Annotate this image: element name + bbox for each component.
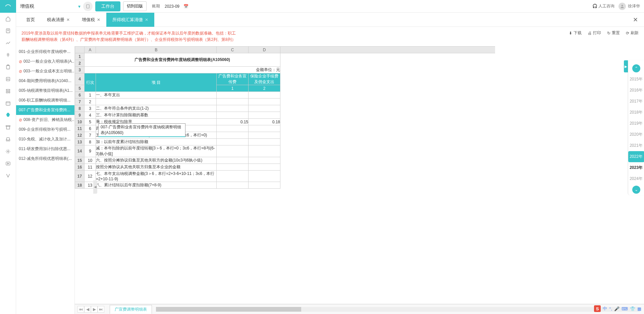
- cell[interactable]: [217, 164, 249, 171]
- cell[interactable]: [249, 105, 280, 112]
- form-item[interactable]: 004-期间费用明细表(A1040...: [16, 76, 74, 86]
- form-item[interactable]: 006-职工薪酬纳税调整明细...: [16, 96, 74, 105]
- cell[interactable]: [249, 164, 280, 171]
- form-item[interactable]: 009-企业所得税弥补亏损明...: [16, 125, 74, 134]
- tab-税表清册[interactable]: 税表清册✕: [41, 13, 76, 27]
- cell[interactable]: [249, 125, 280, 132]
- cell[interactable]: [217, 182, 249, 189]
- period-value[interactable]: 2023-09: [165, 4, 179, 9]
- cell[interactable]: 0.18: [249, 119, 280, 125]
- ime-lang[interactable]: 中: [603, 306, 607, 312]
- inbox-icon[interactable]: [0, 133, 16, 145]
- clipboard-icon[interactable]: [0, 61, 16, 73]
- cell[interactable]: [249, 139, 280, 145]
- archive-icon[interactable]: [0, 121, 16, 133]
- form-item[interactable]: 011-研发费用加计扣除优惠...: [16, 144, 74, 154]
- print-button[interactable]: 🖨 打印: [588, 30, 601, 36]
- cell[interactable]: [217, 171, 249, 182]
- ime-grid-icon[interactable]: ▦: [637, 306, 641, 311]
- cell[interactable]: [217, 112, 249, 119]
- year-2023年[interactable]: 2023年: [628, 162, 644, 173]
- year-2019年[interactable]: 2019年: [628, 118, 644, 129]
- download-button[interactable]: ⬇ 下载: [569, 30, 582, 36]
- sheet-nav-prev-icon[interactable]: ◀: [84, 306, 91, 313]
- doc-icon[interactable]: [0, 25, 16, 37]
- tab-首页[interactable]: 首页: [20, 13, 41, 27]
- cell[interactable]: [217, 145, 249, 157]
- chart-icon[interactable]: [0, 37, 16, 49]
- close-all-tabs-icon[interactable]: ✕: [631, 15, 640, 24]
- form-item[interactable]: 007-广告费和业务宣传费跨...: [16, 105, 74, 115]
- tab-所得税汇算清缴[interactable]: 所得税汇算清缴✕: [106, 13, 154, 27]
- calendar-icon[interactable]: [0, 97, 16, 109]
- cell[interactable]: [249, 171, 280, 182]
- refresh-button[interactable]: ⟳ 刷新: [626, 30, 639, 36]
- reset-button[interactable]: ↻ 重置: [607, 30, 620, 36]
- year-2021年[interactable]: 2021年: [628, 140, 644, 151]
- tab-close-icon[interactable]: ✕: [66, 17, 70, 22]
- cell[interactable]: [217, 92, 249, 99]
- cell[interactable]: [249, 182, 280, 189]
- template-icon[interactable]: [0, 85, 16, 97]
- expand-right-panel-icon[interactable]: ▶: [624, 60, 628, 72]
- tab-close-icon[interactable]: ✕: [145, 17, 148, 22]
- year-2020年[interactable]: 2020年: [628, 129, 644, 140]
- year-up-icon[interactable]: ⌃: [632, 64, 640, 72]
- ime-keyboard-icon[interactable]: ⌨: [622, 306, 628, 311]
- collapse-handle-icon[interactable]: ◀: [93, 180, 97, 194]
- note-button[interactable]: [83, 2, 93, 11]
- horizontal-scrollbar[interactable]: [156, 307, 640, 312]
- cell[interactable]: [249, 112, 280, 119]
- year-2022年[interactable]: 2022年: [628, 151, 644, 162]
- form-item[interactable]: 010-免税、减计收入及加计...: [16, 134, 74, 144]
- ime-punct-icon[interactable]: °,: [609, 306, 612, 311]
- support-link[interactable]: 🎧 人工咨询: [592, 3, 614, 9]
- v-icon[interactable]: [0, 170, 16, 182]
- workbench-button[interactable]: 工作台: [95, 1, 120, 11]
- form-item[interactable]: 005-纳税调整项目明细表(A1...: [16, 86, 74, 96]
- cell[interactable]: [217, 132, 249, 139]
- sheet-nav-next-icon[interactable]: ▶: [91, 306, 98, 313]
- company-selector[interactable]: 增值税 ▾: [20, 3, 80, 9]
- user-menu[interactable]: 徐泽华: [619, 3, 640, 10]
- settings-icon[interactable]: [0, 145, 16, 158]
- form-item[interactable]: ⊘008-资产折旧、摊销及纳税...: [16, 115, 74, 125]
- cell[interactable]: 0.15: [217, 119, 249, 125]
- ime-badge-icon[interactable]: S: [594, 305, 601, 312]
- switch-old-button[interactable]: 切到旧版: [123, 1, 147, 11]
- form-item[interactable]: ⊘002-一般企业收入明细表(A...: [16, 57, 74, 66]
- calendar-picker-icon[interactable]: 📅: [183, 4, 189, 9]
- form-item[interactable]: 001-企业所得税年度纳税申...: [16, 47, 74, 57]
- sheet-tab[interactable]: 广宣费调整明细表: [110, 305, 152, 314]
- form-item[interactable]: ⊘003-一般企业成本支出明细...: [16, 66, 74, 76]
- sheet-nav-last-icon[interactable]: ⏭: [98, 306, 104, 313]
- cell[interactable]: [249, 157, 280, 164]
- cell[interactable]: [217, 99, 249, 105]
- cell[interactable]: [217, 139, 249, 145]
- cell[interactable]: [249, 132, 280, 139]
- formula-name-box[interactable]: 007-广告费和业务宣传费跨年度纳税调整明细表(A105060): [98, 123, 185, 137]
- cell[interactable]: [217, 105, 249, 112]
- money-icon[interactable]: [0, 49, 16, 61]
- logo-icon[interactable]: [0, 0, 16, 13]
- cell[interactable]: [249, 92, 280, 99]
- year-2016年[interactable]: 2016年: [628, 85, 644, 96]
- home-icon[interactable]: [0, 13, 16, 25]
- cell[interactable]: [217, 157, 249, 164]
- year-down-icon[interactable]: ⌄: [632, 186, 640, 194]
- ime-mic-icon[interactable]: 🎤: [614, 306, 620, 311]
- tax-icon[interactable]: [0, 109, 16, 121]
- video-icon[interactable]: [0, 158, 16, 170]
- year-2017年[interactable]: 2017年: [628, 96, 644, 107]
- sheet-nav-first-icon[interactable]: ⏮: [77, 306, 84, 313]
- ime-skin-icon[interactable]: 👕: [630, 306, 635, 311]
- report-icon[interactable]: [0, 73, 16, 85]
- tab-增值税[interactable]: 增值税✕: [76, 13, 106, 27]
- cell[interactable]: [249, 99, 280, 105]
- year-2024年[interactable]: 2024年: [628, 173, 644, 184]
- cell[interactable]: [217, 125, 249, 132]
- cell[interactable]: [249, 145, 280, 157]
- year-2015年[interactable]: 2015年: [628, 74, 644, 85]
- year-2018年[interactable]: 2018年: [628, 107, 644, 118]
- tab-close-icon[interactable]: ✕: [97, 17, 100, 22]
